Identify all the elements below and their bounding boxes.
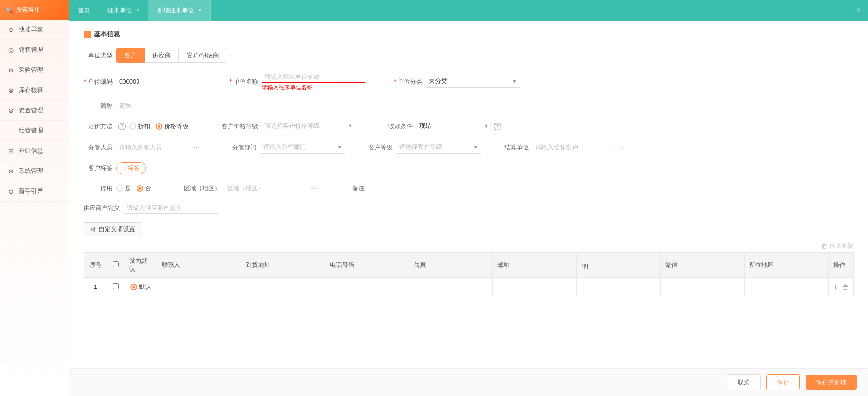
phone-input[interactable] bbox=[330, 281, 404, 292]
department-select[interactable]: 请输入分管部门 ▼ bbox=[260, 141, 345, 154]
wechat-input[interactable] bbox=[665, 281, 739, 292]
qq-input[interactable] bbox=[581, 281, 655, 292]
region-input[interactable] bbox=[224, 183, 309, 194]
sidebar-item-guide[interactable]: ⊙ 新手引导 bbox=[0, 181, 69, 202]
td-region bbox=[745, 278, 829, 296]
disable-region-row: 停用 是 否 区域（地区） ··· 备注 bbox=[84, 183, 854, 194]
region-more[interactable]: ··· bbox=[311, 184, 317, 193]
contact-input[interactable] bbox=[162, 281, 236, 292]
sidebar-item-sales[interactable]: ◎ 销售管理 bbox=[0, 40, 69, 60]
cancel-button[interactable]: 取消 bbox=[727, 374, 761, 390]
department-placeholder: 请输入分管部门 bbox=[263, 143, 306, 151]
supplier-custom-label: 供应商自定义 bbox=[84, 204, 124, 212]
unit-name-input[interactable] bbox=[262, 71, 365, 83]
pricing-level-radio bbox=[156, 123, 162, 130]
short-name-group: 简称 bbox=[84, 100, 210, 111]
tab-new-partner[interactable]: 新增往来单位 × bbox=[149, 0, 211, 21]
manager-more[interactable]: ··· bbox=[193, 143, 199, 152]
sidebar-item-purchase[interactable]: ⊕ 采购管理 bbox=[0, 60, 69, 80]
manager-input[interactable] bbox=[116, 142, 191, 153]
supplier-custom-input[interactable] bbox=[124, 202, 218, 214]
sidebar-item-basic[interactable]: ⊞ 基础信息 bbox=[0, 141, 69, 161]
add-tag-button[interactable]: + 标签 bbox=[116, 162, 146, 174]
tab-new-partner-close[interactable]: × bbox=[198, 7, 202, 14]
btn-customer[interactable]: 客户 bbox=[116, 48, 145, 63]
customer-level-arrow: ▼ bbox=[473, 144, 478, 150]
address-input[interactable] bbox=[246, 281, 320, 292]
payment-condition-value: 现结 bbox=[419, 122, 432, 130]
pricing-level-option[interactable]: 价格等级 bbox=[156, 122, 189, 131]
section-header: 基本信息 bbox=[84, 30, 854, 39]
remark-input[interactable] bbox=[368, 183, 509, 194]
pricing-radio-group: 折扣 价格等级 bbox=[129, 122, 189, 131]
tab-partners-close[interactable]: × bbox=[137, 7, 140, 14]
customer-tag-group: 客户标签 + 标签 bbox=[84, 162, 146, 174]
tab-partners[interactable]: 往来单位 × bbox=[99, 0, 149, 21]
short-name-input[interactable] bbox=[116, 100, 210, 111]
disable-no-option[interactable]: 否 bbox=[137, 184, 151, 193]
code-name-category-row: 单位编码 单位名称 请输入往来单位名称 单位分类 未分类 ▼ bbox=[84, 71, 854, 92]
sidebar-item-label: 快捷导航 bbox=[19, 25, 43, 34]
settlement-input[interactable] bbox=[533, 142, 617, 153]
pricing-row: 定价方法 ? 折扣 价格等级 客户价格等级 请选择客户价格等级 bbox=[84, 120, 854, 132]
add-row-button[interactable]: + bbox=[833, 283, 838, 291]
sidebar-item-finance[interactable]: ⊘ 资金管理 bbox=[0, 101, 69, 121]
select-all-checkbox[interactable] bbox=[113, 261, 119, 267]
customer-level-select[interactable]: 请选择客户等级 ▼ bbox=[396, 141, 481, 154]
email-input[interactable] bbox=[497, 281, 571, 292]
gear-icon: ⚙ bbox=[91, 226, 96, 233]
batch-delete-label[interactable]: 批量删除 bbox=[830, 242, 854, 250]
supplier-custom-group: 供应商自定义 bbox=[84, 202, 218, 214]
settlement-label: 结算单位 bbox=[500, 143, 533, 152]
disable-yes-option[interactable]: 是 bbox=[116, 184, 131, 193]
row-checkbox[interactable] bbox=[113, 283, 119, 289]
tab-bar-close-all[interactable]: × bbox=[856, 6, 860, 15]
settlement-more[interactable]: ··· bbox=[619, 143, 625, 152]
td-qq bbox=[577, 278, 661, 296]
row-region-input[interactable] bbox=[749, 281, 823, 292]
disable-no-label: 否 bbox=[145, 184, 151, 193]
disable-yes-label: 是 bbox=[125, 184, 131, 193]
th-email: 邮箱 bbox=[493, 253, 577, 278]
search-icon: 🔍 bbox=[6, 7, 13, 14]
disable-no-radio bbox=[137, 185, 143, 192]
pricing-help-icon[interactable]: ? bbox=[118, 123, 126, 130]
td-wechat bbox=[661, 278, 745, 296]
custom-settings-button[interactable]: ⚙ 自定义项设置 bbox=[84, 222, 142, 236]
sidebar-item-operations[interactable]: ≡ 经营管理 bbox=[0, 121, 69, 141]
default-radio-item[interactable]: 默认 bbox=[129, 283, 152, 291]
th-wechat: 微信 bbox=[661, 253, 745, 278]
pricing-discount-option[interactable]: 折扣 bbox=[129, 122, 150, 131]
search-menu-label: 搜索菜单 bbox=[16, 6, 40, 14]
remark-label: 备注 bbox=[335, 184, 368, 193]
delete-row-button[interactable]: 🗑 bbox=[842, 283, 849, 291]
save-new-button[interactable]: 保存并新增 bbox=[806, 375, 857, 390]
default-radio bbox=[130, 284, 137, 290]
unit-category-label: 单位分类 bbox=[393, 78, 426, 86]
pricing-discount-radio bbox=[129, 123, 136, 130]
sidebar-item-inventory[interactable]: ⊗ 库存核算 bbox=[0, 80, 69, 101]
payment-condition-select[interactable]: 现结 ▼ bbox=[417, 120, 492, 132]
guide-icon: ⊙ bbox=[7, 187, 15, 195]
default-label: 默认 bbox=[139, 283, 151, 291]
sidebar-item-quick-nav[interactable]: ⊙ 快捷导航 bbox=[0, 20, 69, 40]
unit-code-input[interactable] bbox=[116, 76, 210, 87]
tab-home[interactable]: 首页 bbox=[69, 0, 99, 21]
customer-price-select[interactable]: 请选择客户价格等级 ▼ bbox=[262, 120, 356, 132]
pricing-method-label: 定价方法 bbox=[84, 122, 116, 131]
fax-input[interactable] bbox=[414, 281, 488, 292]
unit-type-row: 单位类型 客户 供应商 客户/供应商 bbox=[84, 48, 854, 63]
td-email bbox=[493, 278, 577, 296]
supplier-custom-row: 供应商自定义 bbox=[84, 202, 854, 214]
btn-supplier[interactable]: 供应商 bbox=[145, 48, 179, 63]
custom-settings-wrapper: ⚙ 自定义项设置 bbox=[84, 222, 854, 236]
payment-help-icon[interactable]: ? bbox=[494, 123, 501, 130]
remark-group: 备注 bbox=[335, 183, 509, 194]
unit-category-arrow: ▼ bbox=[512, 78, 517, 84]
btn-both[interactable]: 客户/供应商 bbox=[179, 48, 227, 63]
region-group: 区域（地区） ··· bbox=[184, 183, 317, 194]
sidebar-item-system[interactable]: ⊛ 系统管理 bbox=[0, 161, 69, 181]
unit-category-select[interactable]: 未分类 ▼ bbox=[426, 75, 520, 88]
search-menu[interactable]: 🔍 搜索菜单 bbox=[0, 0, 69, 20]
save-button[interactable]: 保存 bbox=[766, 374, 800, 390]
